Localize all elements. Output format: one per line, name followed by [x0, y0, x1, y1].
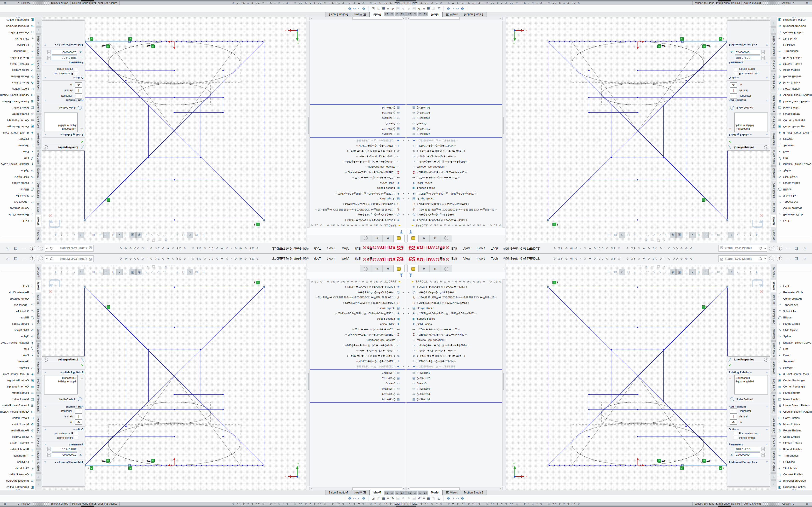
- motion-tool-icon[interactable]: ◔: [358, 7, 360, 11]
- tool-item[interactable]: ∿ Spline: [776, 168, 812, 174]
- tool-item[interactable]: ▭ Corner Rectangle: [776, 383, 812, 390]
- tree-horizontal-scrollbar[interactable]: ◂ ▸: [406, 16, 503, 20]
- tool-item[interactable]: ◈ 3 Point Center Recta...: [776, 371, 812, 377]
- tool-item[interactable]: ⌒ Centerpoint Arc: [0, 205, 36, 212]
- motion-tool-icon[interactable]: ⚙: [447, 496, 450, 501]
- tree-row[interactable]: ▸ ▭ (-) Sketch5: [406, 386, 502, 391]
- tool-item[interactable]: ∿ Style Spline: [0, 327, 36, 333]
- tree-row[interactable]: ▸: [310, 104, 406, 105]
- tab-featuremanager[interactable]: [394, 234, 405, 242]
- ok-button[interactable]: ✔: [727, 363, 770, 369]
- tool-item[interactable]: ▱ Parallelogram: [0, 390, 36, 396]
- pin-menu-icon[interactable]: [305, 257, 309, 260]
- relation-badge[interactable]: ╱: [128, 37, 132, 41]
- motion-tool-icon[interactable]: ✎: [401, 496, 405, 501]
- tree-row[interactable]: ▸ ⁙ Material <not specified>: [406, 164, 502, 170]
- window-control-button[interactable]: ◌: [769, 256, 774, 261]
- document-tab[interactable]: Motion Study 1: [461, 12, 487, 17]
- add-relation-button[interactable]: — Horizontal: [44, 408, 82, 413]
- tree-row[interactable]: ▸ ▭ Sketch3: [310, 381, 406, 386]
- tree-row[interactable]: ▸ ▭ (-) Sketch1: [310, 370, 406, 376]
- graphics-area[interactable]: ▢▣—❐✕ ▤▨↩▢⊥◠◠✎∿⌐◉▣◎◒▥➙⊞◍·✦◕◔◑◭: [42, 17, 306, 243]
- command-tab[interactable]: Evaluate: [36, 327, 41, 341]
- collapse-icon[interactable]: ∨: [44, 44, 46, 46]
- search-input[interactable]: ▧ Search CAD Models ▼: [718, 256, 767, 262]
- motion-tool-icon[interactable]: ⇅: [432, 7, 435, 11]
- tool-item[interactable]: ∿ Spline: [0, 333, 36, 339]
- tree-row[interactable]: ▸ ◴ ○ 25✛3Ɛ25○ИN◎◦✛ ƆϽ3ƐN3Ɛ25○ ◎ ○52Ɛ3NƐ…: [310, 207, 406, 212]
- expand-arrow-icon[interactable]: ▸: [408, 307, 410, 309]
- tree-row[interactable]: ▸ ▱ ○ ✛ИN◎✱+○ ✱ ⊙|○ ◎ ○|⊙ ✱ ○+✱◎NИ✛ ○: [310, 159, 406, 164]
- tool-item[interactable]: ∿ Style Spline: [776, 174, 812, 180]
- window-control-button[interactable]: —: [21, 245, 28, 251]
- tree-row[interactable]: ▸ ◷ ○ Ʌ✱◎✛25◦ʒ○ ◎ ○ʒ◦52✛◎✱Ʌ ○: [310, 289, 406, 295]
- command-tab[interactable]: Sheet Metal: [771, 148, 776, 166]
- tree-row[interactable]: ▸: [406, 104, 502, 105]
- tool-item[interactable]: ▱ Parallelogram: [776, 111, 812, 117]
- window-control-button[interactable]: ?: [777, 246, 782, 251]
- tab-propertymanager[interactable]: ⚑: [382, 234, 394, 242]
- relations-listbox[interactable]: Collinear108 Equal length109: [734, 375, 768, 394]
- relation-badge[interactable]: = 109: [657, 459, 666, 463]
- tool-item[interactable]: ⊛ Circular Sketch Pattern: [0, 408, 36, 415]
- tree-row[interactable]: ▸: [310, 137, 406, 138]
- window-control-button[interactable]: ◌: [38, 246, 43, 251]
- relation-entry[interactable]: Equal length109: [735, 380, 767, 383]
- tree-row[interactable]: ▸ ▱ ○ ✛ʒ9Ɔ◦✱○ ✱ ⊙|○ ◎ ○|⊙ ✱ ○✱◦Ɔ9ʒ✛ ○: [406, 149, 502, 154]
- command-tab[interactable]: Sheet Metal: [771, 341, 776, 359]
- motion-tool-icon[interactable]: │: [442, 496, 445, 501]
- tree-vertical-scrollbar[interactable]: [307, 21, 310, 228]
- tool-item[interactable]: ○ Circle: [776, 218, 812, 224]
- tree-row[interactable]: ▸ Σ ○ 25ИN◎◦✛A∪3Ɛ○ ◎ ○Ɛ3∪A✛◦◎NИ52 ○: [310, 170, 406, 175]
- command-tab[interactable]: Surfaces: [771, 201, 776, 214]
- tab-configurationmanager[interactable]: ⊕: [430, 234, 441, 242]
- tree-row[interactable]: ▸ ⊥ ○ ИN◦9Ɔ◦✱◎○ ◎ ○◎✱◦Ɔ9◦NИ ○: [310, 143, 406, 149]
- motion-tool-icon[interactable]: ▱: [456, 496, 459, 501]
- command-tab[interactable]: Data Migration: [771, 72, 776, 92]
- window-control-button[interactable]: ◌: [38, 256, 43, 261]
- tool-item[interactable]: ∷ Segment: [0, 358, 36, 364]
- tree-row[interactable]: ▸ ▱ ○ ·◎✛○ ✱ ⊙|○ ◎ ○|⊙ ✱ ○✛◎· ○: [310, 154, 406, 159]
- command-tab[interactable]: ⋯: [36, 20, 41, 26]
- relation-badge[interactable]: = 109: [146, 459, 155, 463]
- expand-arrow-icon[interactable]: ▸: [408, 291, 410, 293]
- add-relation-button[interactable]: ⚓ Fix: [44, 82, 82, 88]
- command-tab[interactable]: Weldments: [771, 131, 776, 148]
- parameter-input[interactable]: 10.88152731: [735, 56, 760, 60]
- spinner-buttons[interactable]: ▲▼: [761, 56, 765, 60]
- command-tab[interactable]: ⋯: [771, 27, 776, 34]
- relation-button-icon[interactable]: —: [75, 94, 82, 99]
- scroll-right-icon[interactable]: ▸: [500, 488, 502, 490]
- tree-row[interactable]: ▸ ◧ Surface Bodies: [310, 316, 406, 321]
- cancel-sketch-icon[interactable]: ✕: [48, 212, 53, 219]
- command-tab[interactable]: Markup: [36, 436, 41, 449]
- tool-item[interactable]: ✥ Move Entities: [776, 80, 812, 86]
- tree-row[interactable]: ▸ ⊶ ○ 25·∩ ✱ ✱Am○ ◎ ○mA✱ ✱ ∩·52 ○: [406, 327, 502, 332]
- relation-badge[interactable]: = 109: [702, 44, 711, 48]
- command-tab[interactable]: Direct Editing: [36, 181, 41, 200]
- tool-item[interactable]: ≋ Intersection Curve: [0, 477, 36, 484]
- tree-row[interactable]: ▸ ▭ Sketch3: [406, 121, 502, 126]
- search-icon[interactable]: [759, 247, 762, 249]
- command-tab[interactable]: Mesh Modeling: [36, 393, 41, 414]
- tool-item[interactable]: ∷ Segment: [0, 143, 36, 149]
- document-tab[interactable]: 3D Views: [443, 12, 461, 17]
- tool-item[interactable]: ◠ Tangent Arc: [0, 199, 36, 205]
- command-tab[interactable]: Mesh Modeling: [36, 93, 41, 114]
- command-tab[interactable]: Mold Tools: [36, 377, 41, 393]
- collapse-icon[interactable]: ∧: [766, 76, 768, 79]
- menu-item[interactable]: Edit: [355, 257, 361, 260]
- search-icon[interactable]: [50, 247, 53, 249]
- tool-item[interactable]: ╱ Line: [0, 155, 36, 161]
- collapse-icon[interactable]: ∧: [44, 443, 46, 446]
- tree-row[interactable]: ▸ ❖ Solid Bodies: [310, 180, 406, 186]
- motion-tool-icon[interactable]: ⚙: [461, 496, 464, 501]
- tool-item[interactable]: ◯ Ellipse: [0, 314, 36, 321]
- tool-item[interactable]: ▪ Point: [776, 149, 812, 155]
- tool-item[interactable]: ◈ 3 Point Center Recta...: [776, 130, 812, 136]
- pin-menu-icon[interactable]: [503, 257, 507, 260]
- tool-item[interactable]: ↻ Rotate Entities: [0, 73, 36, 80]
- spinner-buttons[interactable]: ▲▼: [47, 50, 51, 54]
- tool-item[interactable]: ▱ Parallelogram: [0, 111, 36, 117]
- tab-nav-button[interactable]: ◀: [395, 12, 400, 16]
